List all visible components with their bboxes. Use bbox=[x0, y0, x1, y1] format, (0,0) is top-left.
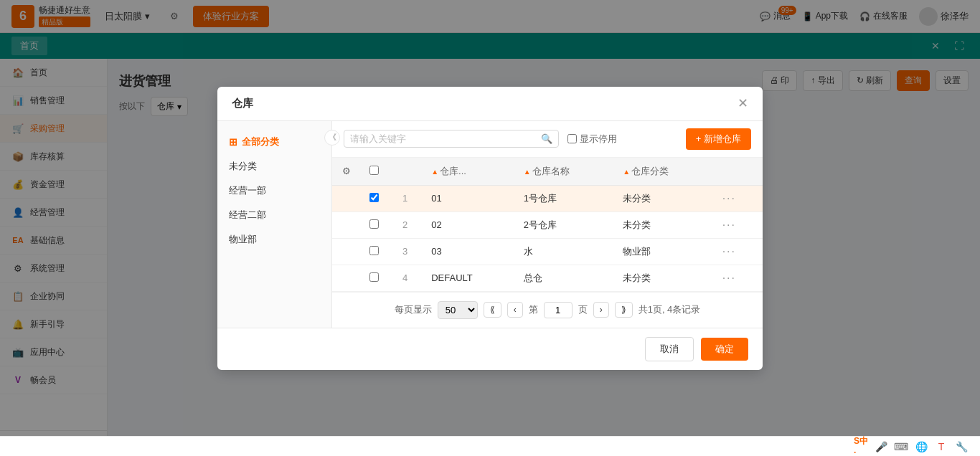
row-actions-cell[interactable]: ··· bbox=[714, 185, 763, 212]
page-last-button[interactable]: ⟫ bbox=[615, 302, 633, 318]
row-check-cell[interactable] bbox=[361, 238, 387, 265]
warehouse-modal: 仓库 ✕ 《 ⊞ 全部分类 未分类 经营一部 经营二部 bbox=[217, 87, 763, 370]
col-category: ▲仓库分类 bbox=[614, 158, 713, 186]
row-num: 2 bbox=[387, 212, 423, 238]
table-row[interactable]: 3 03 水 物业部 ··· bbox=[332, 238, 763, 265]
bottom-bar: S中· 🎤 ⌨ 🌐 T 🔧 bbox=[0, 436, 980, 456]
keyboard-icon[interactable]: ⌨ bbox=[894, 440, 908, 454]
show-disabled-checkbox[interactable] bbox=[567, 134, 577, 143]
page-prev-button[interactable]: ‹ bbox=[507, 302, 523, 318]
cat-ops1[interactable]: 经营一部 bbox=[217, 179, 331, 203]
cat-all[interactable]: ⊞ 全部分类 bbox=[217, 130, 331, 154]
cancel-button[interactable]: 取消 bbox=[645, 337, 694, 361]
add-warehouse-button[interactable]: + 新增仓库 bbox=[686, 128, 751, 150]
modal-category-sidebar: 《 ⊞ 全部分类 未分类 经营一部 经营二部 物业部 bbox=[217, 121, 332, 328]
sogou-icon[interactable]: S中· bbox=[854, 440, 868, 454]
row-check-cell[interactable] bbox=[361, 212, 387, 238]
page-size-select[interactable]: 50 10 20 100 bbox=[438, 301, 478, 319]
confirm-button[interactable]: 确定 bbox=[701, 338, 748, 361]
modal-close-button[interactable]: ✕ bbox=[738, 97, 748, 110]
modal-header: 仓库 ✕ bbox=[217, 87, 763, 121]
col-code: ▲仓库... bbox=[423, 158, 515, 186]
modal-footer: 取消 确定 bbox=[217, 328, 763, 370]
page-next-button[interactable]: › bbox=[593, 302, 609, 318]
text-icon[interactable]: T bbox=[934, 440, 948, 454]
search-input[interactable] bbox=[350, 133, 538, 144]
row-num: 1 bbox=[387, 185, 423, 212]
row-gear-cell bbox=[332, 265, 361, 291]
row-gear-cell bbox=[332, 185, 361, 212]
row-gear-cell bbox=[332, 238, 361, 265]
modal-body: 《 ⊞ 全部分类 未分类 经营一部 经营二部 物业部 bbox=[217, 121, 763, 328]
warehouse-table-container: ⚙ ▲仓库... ▲仓库名称 ▲仓库分类 1 bbox=[332, 158, 763, 292]
language-icon[interactable]: 🌐 bbox=[914, 440, 928, 454]
cat-unclassified[interactable]: 未分类 bbox=[217, 154, 331, 179]
row-category: 未分类 bbox=[614, 212, 713, 238]
row-name: 1号仓库 bbox=[515, 185, 614, 212]
row-gear-cell bbox=[332, 212, 361, 238]
row-name: 水 bbox=[515, 238, 614, 265]
modal-title: 仓库 bbox=[232, 97, 253, 110]
page-first-button[interactable]: ⟪ bbox=[484, 302, 501, 318]
grid-icon: ⊞ bbox=[229, 136, 237, 148]
row-code: 02 bbox=[423, 212, 515, 238]
row-num: 3 bbox=[387, 238, 423, 265]
row-actions-cell[interactable]: ··· bbox=[714, 265, 763, 291]
col-name: ▲仓库名称 bbox=[515, 158, 614, 186]
page-number-input[interactable] bbox=[544, 302, 573, 318]
row-name: 2号仓库 bbox=[515, 212, 614, 238]
row-category: 未分类 bbox=[614, 185, 713, 212]
table-row[interactable]: 2 02 2号仓库 未分类 ··· bbox=[332, 212, 763, 238]
row-actions-cell[interactable]: ··· bbox=[714, 212, 763, 238]
row-name: 总仓 bbox=[515, 265, 614, 291]
row-code: 01 bbox=[423, 185, 515, 212]
tools-icon[interactable]: 🔧 bbox=[954, 440, 969, 454]
microphone-icon[interactable]: 🎤 bbox=[874, 440, 888, 454]
row-category: 未分类 bbox=[614, 265, 713, 291]
row-code: 03 bbox=[423, 238, 515, 265]
row-category: 物业部 bbox=[614, 238, 713, 265]
sidebar-collapse-button[interactable]: 《 bbox=[324, 130, 340, 146]
search-box: 🔍 bbox=[344, 130, 559, 148]
col-check bbox=[361, 158, 387, 186]
row-code: DEFAULT bbox=[423, 265, 515, 291]
row-more-icon[interactable]: ··· bbox=[722, 272, 736, 284]
col-actions bbox=[714, 158, 763, 186]
modal-main: 🔍 显示停用 + 新增仓库 ⚙ bbox=[332, 121, 763, 328]
modal-toolbar: 🔍 显示停用 + 新增仓库 bbox=[332, 121, 763, 158]
row-actions-cell[interactable]: ··· bbox=[714, 238, 763, 265]
row-more-icon[interactable]: ··· bbox=[722, 219, 736, 231]
table-row[interactable]: 4 DEFAULT 总仓 未分类 ··· bbox=[332, 265, 763, 291]
modal-overlay: 仓库 ✕ 《 ⊞ 全部分类 未分类 经营一部 经营二部 bbox=[0, 0, 980, 456]
row-check-cell[interactable] bbox=[361, 185, 387, 212]
show-disabled-label[interactable]: 显示停用 bbox=[567, 133, 617, 146]
pagination: 每页显示 50 10 20 100 ⟪ ‹ 第 页 › ⟫ 共1页, 4条记录 bbox=[332, 292, 763, 328]
row-num: 4 bbox=[387, 265, 423, 291]
col-gear: ⚙ bbox=[332, 158, 361, 186]
row-more-icon[interactable]: ··· bbox=[722, 192, 736, 204]
col-num bbox=[387, 158, 423, 186]
table-row[interactable]: 1 01 1号仓库 未分类 ··· bbox=[332, 185, 763, 212]
cat-ops2[interactable]: 经营二部 bbox=[217, 203, 331, 227]
warehouse-table: ⚙ ▲仓库... ▲仓库名称 ▲仓库分类 1 bbox=[332, 158, 763, 292]
row-more-icon[interactable]: ··· bbox=[722, 245, 736, 257]
cat-property[interactable]: 物业部 bbox=[217, 227, 331, 252]
search-icon[interactable]: 🔍 bbox=[541, 133, 552, 144]
row-check-cell[interactable] bbox=[361, 265, 387, 291]
select-all-checkbox[interactable] bbox=[369, 166, 379, 175]
